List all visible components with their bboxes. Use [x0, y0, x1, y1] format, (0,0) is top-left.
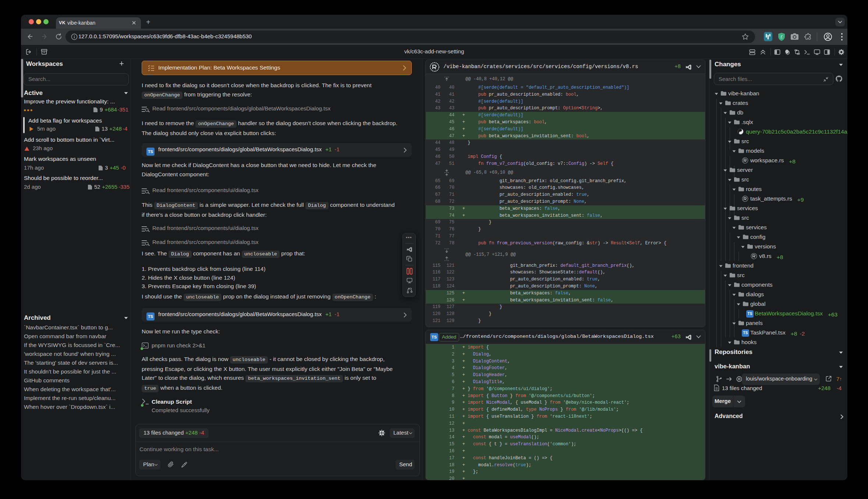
svg-text:£: £ — [780, 34, 783, 39]
